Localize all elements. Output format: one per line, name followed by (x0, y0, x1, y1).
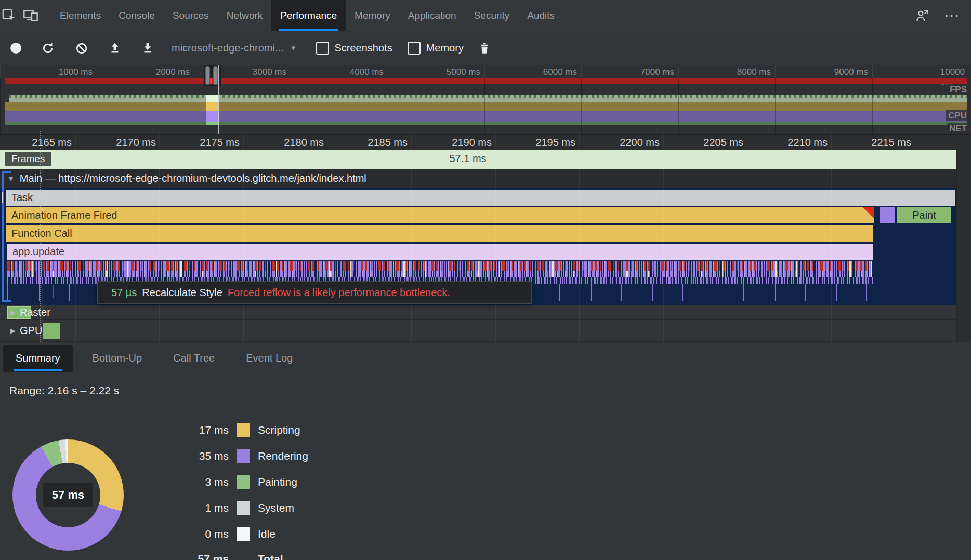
legend-label: System (258, 502, 294, 514)
tab-audits-label: Audits (527, 10, 555, 21)
tab-summary-label: Summary (16, 352, 60, 364)
legend-row-total: 57 ms Total (192, 548, 283, 560)
animation-frame-fired-bar[interactable]: Animation Frame Fired (6, 207, 874, 223)
raster-collapse-icon[interactable]: ▶ (10, 309, 16, 316)
overview-tick: 7000 ms (640, 67, 674, 77)
ruler-tick: 2215 ms (871, 137, 911, 149)
inspect-element-icon[interactable] (0, 0, 18, 31)
tab-memory[interactable]: Memory (346, 0, 399, 31)
raster-track-label: Raster (20, 306, 50, 318)
frames-track[interactable]: Frames 57.1 ms (0, 150, 956, 169)
tab-network[interactable]: Network (218, 0, 272, 31)
legend-row-rendering: 35 ms Rendering (192, 445, 308, 468)
gpu-collapse-icon[interactable]: ▶ (10, 327, 16, 335)
devtools-tabbar: Elements Console Sources Network Perform… (0, 0, 971, 31)
tab-security[interactable]: Security (465, 0, 519, 31)
clear-recording-icon[interactable] (74, 41, 89, 56)
function-call-label: Function Call (6, 228, 72, 239)
tab-performance[interactable]: Performance (271, 0, 346, 31)
legend-value: 3 ms (192, 476, 229, 488)
app-update-label: app.update (7, 246, 64, 258)
tab-elements[interactable]: Elements (51, 0, 110, 31)
gpu-activity-chip (43, 323, 60, 339)
details-tabbar: Summary Bottom-Up Call Tree Event Log (0, 342, 971, 373)
tab-call-tree-label: Call Tree (173, 352, 215, 364)
tab-console-label: Console (119, 10, 155, 21)
scrollbar-gutter[interactable] (956, 150, 971, 342)
legend-value: 17 ms (192, 424, 229, 436)
profile-select[interactable]: microsoft-edge-chromi... ▼ (172, 42, 297, 54)
reload-and-profile-icon[interactable] (41, 41, 55, 56)
cpu-label: CPU (946, 110, 969, 121)
legend-value: 0 ms (192, 528, 229, 540)
ruler-tick: 2180 ms (284, 137, 324, 149)
tab-network-label: Network (227, 10, 263, 21)
tab-audits[interactable]: Audits (518, 0, 563, 31)
selection-right-handle[interactable] (213, 66, 218, 85)
screenshots-checkbox[interactable] (316, 42, 329, 55)
chevron-down-icon: ▼ (290, 44, 297, 52)
selection-fps (206, 95, 218, 102)
remote-devices-icon[interactable] (915, 8, 930, 23)
fps-label: FPS (947, 84, 969, 95)
tab-call-tree[interactable]: Call Tree (161, 345, 227, 372)
ruler-tick: 2195 ms (535, 137, 575, 149)
tab-summary[interactable]: Summary (3, 345, 73, 372)
selection-right-edge[interactable] (218, 65, 219, 134)
animation-frame-fired-label: Animation Frame Fired (6, 209, 117, 221)
garbage-collect-icon[interactable] (478, 42, 491, 55)
track-grip-icon (2, 192, 8, 203)
legend-total-value: 57 ms (192, 553, 229, 560)
ruler-tick: 2175 ms (200, 137, 240, 149)
overview-tick: 8000 ms (737, 67, 771, 77)
selection-left-handle[interactable] (205, 66, 210, 85)
overview-tick: 1000 ms (59, 67, 93, 77)
tabbar-right-controls: ⋯ (915, 8, 971, 23)
tab-bottom-up[interactable]: Bottom-Up (80, 345, 155, 372)
ruler-tick: 2200 ms (620, 137, 660, 149)
ruler-tick: 2190 ms (452, 137, 492, 149)
raster-track[interactable]: ▶ Raster (0, 305, 956, 320)
ruler-tick: 2205 ms (703, 137, 743, 149)
ruler-tick: 2165 ms (32, 137, 72, 149)
tab-application[interactable]: Application (399, 0, 465, 31)
task-bar[interactable]: Task (6, 190, 955, 206)
overview-tick: 5000 ms (447, 67, 480, 77)
range-text: Range: 2.16 s – 2.22 s (9, 384, 119, 397)
memory-checkbox[interactable] (408, 42, 421, 55)
tab-console[interactable]: Console (110, 0, 164, 31)
record-button[interactable] (10, 43, 21, 54)
gpu-track[interactable]: ▶ GPU (0, 320, 956, 342)
load-profile-icon[interactable] (108, 42, 122, 55)
tab-event-log-label: Event Log (246, 352, 293, 364)
frame-duration: 57.1 ms (426, 153, 509, 165)
overview-tick: 4000 ms (350, 67, 384, 77)
main-track-header[interactable]: ▼ Main — https://microsoft-edge-chromium… (0, 169, 956, 188)
app-update-bar[interactable]: app.update (7, 244, 873, 260)
function-call-bar[interactable]: Function Call (6, 225, 873, 242)
tab-event-log[interactable]: Event Log (233, 345, 305, 372)
legend-label: Rendering (258, 450, 308, 462)
system-swatch (237, 501, 250, 515)
tab-elements-label: Elements (60, 10, 101, 21)
legend-row-scripting: 17 ms Scripting (192, 419, 300, 442)
legend-value: 35 ms (192, 450, 229, 462)
tab-application-label: Application (408, 10, 456, 21)
legend-row-painting: 3 ms Painting (192, 471, 297, 494)
save-profile-icon[interactable] (141, 42, 154, 55)
overflow-menu-icon[interactable]: ⋯ (944, 8, 960, 23)
tab-memory-label: Memory (355, 10, 390, 21)
recalculate-style-events-row[interactable] (7, 261, 873, 277)
selection-scripting (206, 102, 218, 111)
ruler-tick: 2185 ms (368, 137, 408, 149)
paint-bar[interactable]: Paint (897, 207, 951, 223)
rendering-block[interactable] (880, 207, 895, 223)
tab-sources-label: Sources (173, 10, 209, 21)
collapse-triangle-icon[interactable]: ▼ (7, 175, 15, 183)
scripting-swatch (237, 423, 250, 437)
device-toolbar-icon[interactable] (22, 0, 40, 31)
timeline-overview: 1000 ms 2000 ms 3000 ms 4000 ms 5000 ms … (0, 65, 971, 134)
legend-label: Painting (258, 476, 297, 488)
tab-sources[interactable]: Sources (164, 0, 218, 31)
legend-total-label: Total (258, 553, 283, 560)
